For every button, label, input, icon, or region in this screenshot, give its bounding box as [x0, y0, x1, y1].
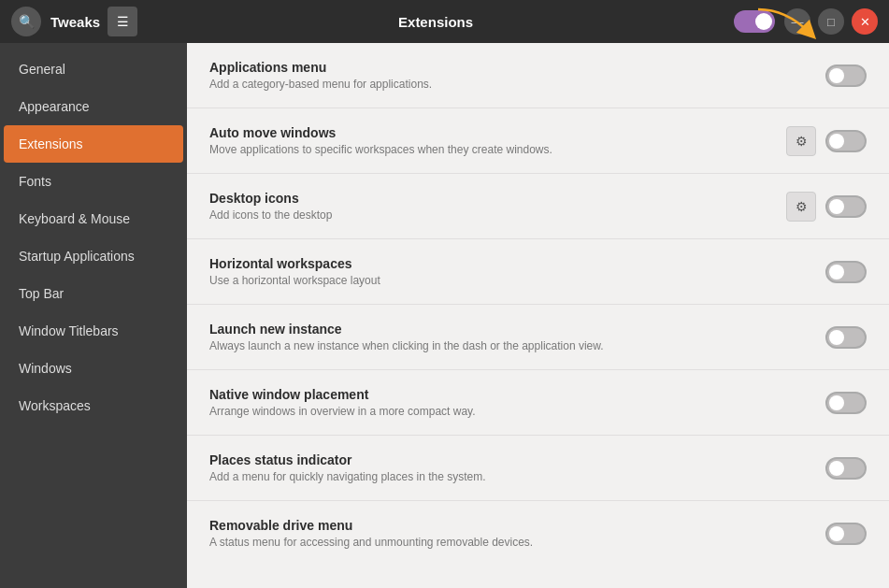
- ext-row-auto-move-windows: Auto move windowsMove applications to sp…: [187, 108, 889, 174]
- toggle-desktop-icons[interactable]: [825, 195, 867, 218]
- toggle-places-status-indicator[interactable]: [825, 457, 867, 480]
- titlebar: 🔍 Tweaks ☰ Extensions — □ ✕: [0, 0, 889, 43]
- ext-info-desktop-icons: Desktop iconsAdd icons to the desktop: [209, 191, 786, 222]
- sidebar-item-fonts[interactable]: Fonts: [4, 163, 183, 200]
- toggle-horizontal-workspaces[interactable]: [825, 261, 867, 283]
- sidebar-item-window-titlebars[interactable]: Window Titlebars: [4, 312, 183, 350]
- ext-desc-removable-drive-menu: A status menu for accessing and unmounti…: [209, 536, 825, 549]
- ext-info-horizontal-workspaces: Horizontal workspacesUse a horizontal wo…: [209, 256, 825, 287]
- ext-title-horizontal-workspaces: Horizontal workspaces: [209, 256, 825, 271]
- ext-desc-desktop-icons: Add icons to the desktop: [209, 208, 786, 222]
- sidebar-item-startup-applications[interactable]: Startup Applications: [4, 237, 183, 275]
- search-button[interactable]: 🔍: [11, 7, 41, 36]
- gear-button-auto-move-windows[interactable]: ⚙: [786, 126, 816, 156]
- ext-row-desktop-icons: Desktop iconsAdd icons to the desktop⚙: [187, 174, 889, 239]
- content-area: Applications menuAdd a category-based me…: [187, 43, 889, 588]
- ext-row-native-window-placement: Native window placementArrange windows i…: [187, 370, 889, 436]
- menu-button[interactable]: ☰: [108, 7, 137, 36]
- ext-desc-launch-new-instance: Always launch a new instance when clicki…: [209, 339, 825, 352]
- sidebar-item-general[interactable]: General: [4, 50, 183, 88]
- toggle-auto-move-windows[interactable]: [825, 130, 867, 152]
- ext-title-places-status-indicator: Places status indicator: [209, 452, 825, 467]
- ext-title-launch-new-instance: Launch new instance: [209, 322, 825, 337]
- ext-row-applications-menu: Applications menuAdd a category-based me…: [187, 43, 889, 108]
- window-title: Extensions: [137, 14, 734, 30]
- toggle-launch-new-instance[interactable]: [825, 326, 867, 349]
- ext-desc-places-status-indicator: Add a menu for quickly navigating places…: [209, 470, 825, 483]
- ext-desc-horizontal-workspaces: Use a horizontal workspace layout: [209, 274, 825, 287]
- ext-info-places-status-indicator: Places status indicatorAdd a menu for qu…: [209, 452, 825, 483]
- ext-controls-native-window-placement: [825, 392, 867, 414]
- sidebar-item-windows[interactable]: Windows: [4, 350, 183, 387]
- ext-title-desktop-icons: Desktop icons: [209, 191, 786, 206]
- ext-controls-horizontal-workspaces: [825, 261, 867, 283]
- search-icon: 🔍: [19, 14, 35, 29]
- sidebar-item-workspaces[interactable]: Workspaces: [4, 387, 183, 424]
- ext-row-removable-drive-menu: Removable drive menuA status menu for ac…: [187, 501, 889, 566]
- ext-row-horizontal-workspaces: Horizontal workspacesUse a horizontal wo…: [187, 239, 889, 305]
- minimize-button[interactable]: —: [784, 8, 810, 35]
- ext-title-applications-menu: Applications menu: [209, 60, 825, 75]
- ext-controls-applications-menu: [825, 65, 867, 87]
- ext-info-removable-drive-menu: Removable drive menuA status menu for ac…: [209, 518, 825, 549]
- minimize-icon: —: [792, 15, 804, 29]
- toggle-applications-menu[interactable]: [825, 65, 867, 87]
- ext-desc-auto-move-windows: Move applications to specific workspaces…: [209, 143, 786, 156]
- window-controls: — □ ✕: [784, 8, 878, 35]
- maximize-button[interactable]: □: [818, 8, 844, 35]
- ext-desc-applications-menu: Add a category-based menu for applicatio…: [209, 78, 825, 91]
- toggle-removable-drive-menu[interactable]: [825, 523, 867, 545]
- close-icon: ✕: [860, 15, 870, 29]
- app-name: Tweaks: [50, 14, 100, 30]
- ext-info-native-window-placement: Native window placementArrange windows i…: [209, 387, 825, 418]
- sidebar-item-top-bar[interactable]: Top Bar: [4, 275, 183, 312]
- gear-button-desktop-icons[interactable]: ⚙: [786, 192, 816, 222]
- maximize-icon: □: [827, 15, 835, 29]
- main-layout: GeneralAppearanceExtensionsFontsKeyboard…: [0, 43, 889, 588]
- sidebar: GeneralAppearanceExtensionsFontsKeyboard…: [0, 43, 187, 588]
- sidebar-item-appearance[interactable]: Appearance: [4, 88, 183, 125]
- ext-title-removable-drive-menu: Removable drive menu: [209, 518, 825, 533]
- ext-desc-native-window-placement: Arrange windows in overview in a more co…: [209, 405, 825, 418]
- ext-info-launch-new-instance: Launch new instanceAlways launch a new i…: [209, 322, 825, 352]
- ext-controls-auto-move-windows: ⚙: [786, 126, 867, 156]
- sidebar-item-keyboard-mouse[interactable]: Keyboard & Mouse: [4, 200, 183, 237]
- ext-controls-places-status-indicator: [825, 457, 867, 480]
- ext-title-native-window-placement: Native window placement: [209, 387, 825, 402]
- menu-icon: ☰: [117, 14, 129, 29]
- ext-controls-removable-drive-menu: [825, 523, 867, 545]
- ext-row-launch-new-instance: Launch new instanceAlways launch a new i…: [187, 305, 889, 370]
- ext-controls-desktop-icons: ⚙: [786, 192, 867, 222]
- ext-row-places-status-indicator: Places status indicatorAdd a menu for qu…: [187, 436, 889, 501]
- ext-controls-launch-new-instance: [825, 326, 867, 349]
- ext-info-applications-menu: Applications menuAdd a category-based me…: [209, 60, 825, 91]
- toggle-native-window-placement[interactable]: [825, 392, 867, 414]
- header-toggle[interactable]: [734, 10, 775, 33]
- ext-title-auto-move-windows: Auto move windows: [209, 125, 786, 140]
- ext-info-auto-move-windows: Auto move windowsMove applications to sp…: [209, 125, 786, 156]
- sidebar-item-extensions[interactable]: Extensions: [4, 125, 183, 163]
- close-button[interactable]: ✕: [852, 8, 878, 35]
